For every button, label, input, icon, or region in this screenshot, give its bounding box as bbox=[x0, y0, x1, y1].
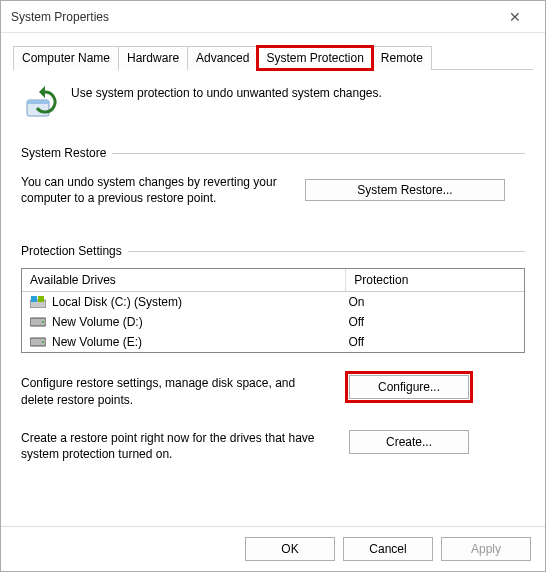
drives-table: Available Drives Protection Local Disk (… bbox=[21, 268, 525, 353]
system-protection-icon bbox=[25, 86, 59, 120]
svg-point-7 bbox=[42, 321, 44, 323]
top-description-row: Use system protection to undo unwanted s… bbox=[21, 80, 525, 138]
svg-rect-5 bbox=[38, 296, 44, 302]
svg-rect-1 bbox=[27, 100, 49, 104]
system-restore-button[interactable]: System Restore... bbox=[305, 179, 505, 201]
tab-remote[interactable]: Remote bbox=[372, 46, 432, 70]
windows-drive-icon bbox=[30, 296, 46, 308]
tab-hardware[interactable]: Hardware bbox=[118, 46, 188, 70]
system-properties-window: System Properties ✕ Computer Name Hardwa… bbox=[0, 0, 546, 572]
close-icon[interactable]: ✕ bbox=[495, 9, 535, 25]
drive-name: New Volume (D:) bbox=[52, 315, 143, 329]
cancel-button[interactable]: Cancel bbox=[343, 537, 433, 561]
col-header-protection[interactable]: Protection bbox=[346, 269, 524, 291]
tab-computer-name[interactable]: Computer Name bbox=[13, 46, 119, 70]
apply-button[interactable]: Apply bbox=[441, 537, 531, 561]
svg-rect-4 bbox=[31, 296, 37, 302]
drive-icon bbox=[30, 336, 46, 348]
system-restore-row: You can undo system changes by reverting… bbox=[21, 174, 525, 206]
ok-button[interactable]: OK bbox=[245, 537, 335, 561]
configure-button[interactable]: Configure... bbox=[349, 375, 469, 399]
drive-protection: Off bbox=[348, 335, 516, 349]
drive-icon bbox=[30, 316, 46, 328]
configure-row: Configure restore settings, manage disk … bbox=[21, 375, 525, 407]
system-restore-description: You can undo system changes by reverting… bbox=[21, 174, 281, 206]
tab-content: Use system protection to undo unwanted s… bbox=[1, 70, 545, 526]
col-header-drives[interactable]: Available Drives bbox=[22, 269, 346, 291]
system-restore-section-label: System Restore bbox=[21, 146, 525, 160]
create-description: Create a restore point right now for the… bbox=[21, 430, 331, 462]
table-row[interactable]: New Volume (E:) Off bbox=[22, 332, 524, 352]
tab-system-protection[interactable]: System Protection bbox=[257, 46, 372, 70]
create-button[interactable]: Create... bbox=[349, 430, 469, 454]
tabstrip: Computer Name Hardware Advanced System P… bbox=[13, 45, 533, 70]
configure-description: Configure restore settings, manage disk … bbox=[21, 375, 331, 407]
svg-marker-2 bbox=[39, 86, 45, 98]
protection-settings-section-label: Protection Settings bbox=[21, 244, 525, 258]
drives-table-header: Available Drives Protection bbox=[22, 269, 524, 292]
create-row: Create a restore point right now for the… bbox=[21, 430, 525, 462]
tab-advanced[interactable]: Advanced bbox=[187, 46, 258, 70]
titlebar: System Properties ✕ bbox=[1, 1, 545, 33]
drive-protection: Off bbox=[348, 315, 516, 329]
svg-point-9 bbox=[42, 341, 44, 343]
drive-protection: On bbox=[348, 295, 516, 309]
top-description-text: Use system protection to undo unwanted s… bbox=[71, 86, 382, 100]
table-row[interactable]: Local Disk (C:) (System) On bbox=[22, 292, 524, 312]
window-title: System Properties bbox=[11, 10, 495, 24]
dialog-footer: OK Cancel Apply bbox=[1, 526, 545, 571]
table-row[interactable]: New Volume (D:) Off bbox=[22, 312, 524, 332]
drive-name: Local Disk (C:) (System) bbox=[52, 295, 182, 309]
drive-name: New Volume (E:) bbox=[52, 335, 142, 349]
